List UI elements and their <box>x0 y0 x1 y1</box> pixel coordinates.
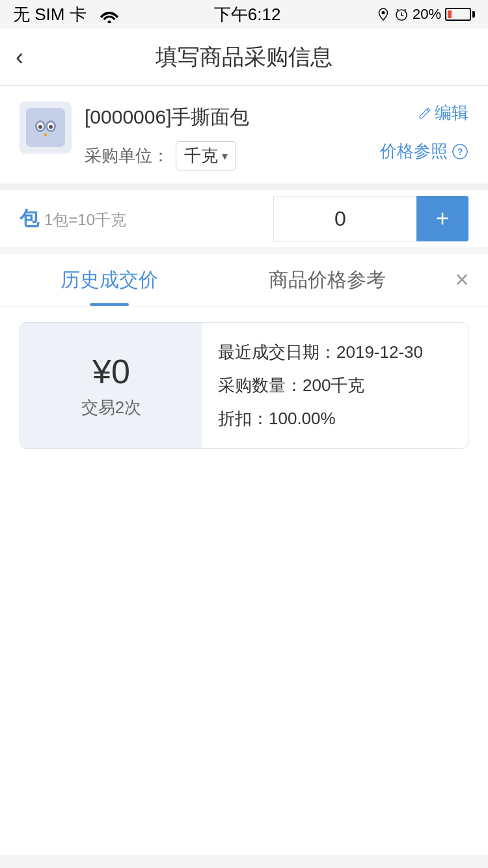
bottom-area <box>0 465 488 855</box>
svg-point-12 <box>38 125 42 129</box>
help-icon: ? <box>452 143 468 160</box>
trade-count: 交易2次 <box>81 396 141 419</box>
quantity-controls: + <box>273 196 468 241</box>
svg-point-0 <box>108 20 111 23</box>
tabs-section: 历史成交价 商品价格参考 × ¥0 交易2次 最近成交日期：2019-12-30… <box>0 254 488 465</box>
status-right-group: 20% <box>376 6 475 23</box>
tabs-header: 历史成交价 商品价格参考 × <box>0 254 488 306</box>
price-reference-link[interactable]: 价格参照 ? <box>380 140 468 163</box>
purchase-qty-line: 采购数量：200千克 <box>218 373 452 398</box>
recent-date-line: 最近成交日期：2019-12-30 <box>218 340 452 365</box>
battery-icon <box>445 8 475 21</box>
svg-line-5 <box>397 9 398 10</box>
product-section: [0000006]手撕面包 采购单位： 千克 ▾ 编辑 价格参照 <box>0 86 488 183</box>
svg-point-13 <box>49 125 53 129</box>
section-divider <box>0 183 488 190</box>
alarm-icon <box>394 7 409 21</box>
page-title: 填写商品采购信息 <box>156 42 332 72</box>
svg-line-6 <box>405 9 406 10</box>
tab-content-area: ¥0 交易2次 最近成交日期：2019-12-30 采购数量：200千克 折扣：… <box>0 306 488 465</box>
status-bar: 无 SIM 卡 下午6:12 20% <box>0 0 488 29</box>
edit-icon <box>418 106 432 120</box>
transaction-card: ¥0 交易2次 最近成交日期：2019-12-30 采购数量：200千克 折扣：… <box>20 322 468 449</box>
package-icon-label: 包 <box>20 206 39 232</box>
product-name: [0000006]手撕面包 <box>85 104 249 131</box>
svg-rect-7 <box>26 108 65 147</box>
tab-product-price-ref[interactable]: 商品价格参考 <box>218 254 436 306</box>
tabs-close-button[interactable]: × <box>436 254 488 306</box>
quantity-input[interactable] <box>273 196 416 241</box>
svg-point-1 <box>381 11 385 14</box>
edit-button[interactable]: 编辑 <box>418 102 468 124</box>
battery-percent: 20% <box>413 6 441 23</box>
product-thumbnail <box>20 102 72 154</box>
unit-select[interactable]: 千克 ▾ <box>176 141 236 170</box>
tab-history-price[interactable]: 历史成交价 <box>0 254 218 306</box>
location-icon <box>376 7 390 21</box>
quantity-plus-button[interactable]: + <box>416 196 468 241</box>
card-details-right: 最近成交日期：2019-12-30 采购数量：200千克 折扣：100.00% <box>202 323 468 448</box>
svg-text:?: ? <box>457 146 463 157</box>
chevron-down-icon: ▾ <box>222 149 228 163</box>
back-button[interactable]: ‹ <box>16 44 23 71</box>
card-price-left: ¥0 交易2次 <box>20 323 202 448</box>
discount-line: 折扣：100.00% <box>218 406 452 431</box>
unit-label: 采购单位： <box>85 144 169 167</box>
price-display: ¥0 <box>92 352 130 391</box>
package-conversion: 1包=10千克 <box>44 210 126 230</box>
quantity-section: 包 1包=10千克 + <box>0 190 488 247</box>
quantity-label-group: 包 1包=10千克 <box>20 206 126 232</box>
status-carrier: 无 SIM 卡 <box>13 3 118 26</box>
unit-value: 千克 <box>184 144 218 167</box>
wifi-icon <box>100 8 118 23</box>
nav-bar: ‹ 填写商品采购信息 <box>0 29 488 86</box>
status-time: 下午6:12 <box>214 3 281 26</box>
